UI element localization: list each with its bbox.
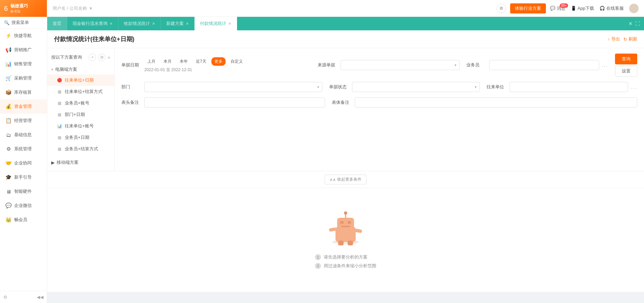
sidebar: 6 畅捷通巧 标准版 🔍 搜索菜单 ⚡ 快捷导航 📢 营销推广 📊 销售管理 🛒… [0,0,47,303]
sidebar-item-label: 销售管理 [14,61,32,67]
salesman-dots-button[interactable]: ... [602,62,608,68]
scheme-item-salesman-settlement[interactable]: ▦ 业务员+结算方式 [47,143,114,155]
unit-input[interactable] [509,82,628,92]
pc-arrow-icon: ▾ [51,67,53,72]
unit-label: 往来单位 [487,84,507,90]
logo-icon: 6 [4,5,8,12]
scheme-item-unit-date[interactable]: 🔴 往来单位+日期 [47,74,114,86]
sidebar-item-quick-nav[interactable]: ⚡ 快捷导航 [0,29,47,43]
scheme-item-dept-date[interactable]: ▦ 部门+日期 [47,109,114,120]
filter-header-note-field: 表头备注 [121,97,325,108]
breadcrumb-user: 用户名 / 公司名称 [53,5,87,11]
svg-rect-2 [337,218,354,230]
scheme-item-unit-account[interactable]: 📊 往来单位+账号 [47,120,114,132]
sidebar-settings-icon[interactable]: ⚙ [3,295,7,300]
refresh-icon: ↻ [623,37,627,42]
tab-home[interactable]: 首页 [47,17,67,30]
sidebar-item-system[interactable]: ⚙ 系统管理 [0,142,47,156]
sidebar-item-guide[interactable]: 🎓 新手引导 [0,170,47,184]
svg-point-7 [344,211,347,215]
tab-payment-stat[interactable]: 付款情况统计 ✕ [195,17,237,30]
scheme-mobile-group-title[interactable]: ▶ 移动端方案 [47,157,114,168]
collapse-conditions-button[interactable]: ∧∧ 收起更多条件 [325,175,367,184]
tab-payment-stat-close[interactable]: ✕ [228,22,231,26]
body-note-input[interactable] [355,97,637,108]
wechat-icon: 💬 [5,203,11,209]
filter-dept-field: 部门 ▾ [121,82,322,92]
sidebar-search[interactable]: 🔍 搜索菜单 [0,17,47,29]
unit-dots-button[interactable]: ... [631,84,637,90]
guide-icon: 🎓 [5,174,11,180]
sidebar-item-hardware[interactable]: 🖥 智能硬件 [0,184,47,199]
sidebar-item-member[interactable]: 👑 畅会员 [0,213,47,227]
trial-button[interactable]: 体验行业方案 [510,3,546,13]
scheme-collapse-button[interactable]: « [108,55,110,60]
message-icon: 💬 [550,6,555,11]
sidebar-item-inventory[interactable]: 📦 库存核算 [0,85,47,99]
query-button[interactable]: 查询 [615,54,637,64]
date-range-display: 2022-01-01 至 2022-12-31 [144,67,246,73]
tab-bank-flow-close[interactable]: ✕ [110,22,113,26]
scheme-item-salesman-date[interactable]: ▦ 业务员+日期 [47,132,114,143]
online-service-button[interactable]: 🎧 在线客服 [599,5,624,11]
header-note-input[interactable] [144,97,325,108]
export-button[interactable]: ↑ 导出 [608,36,620,42]
sidebar-item-sales[interactable]: 📊 销售管理 [0,57,47,71]
sidebar-item-fund[interactable]: 💰 资金管理 [0,99,47,114]
filter-row-3: 表头备注 表体备注 [121,97,637,108]
salesman-label: 业务员 [466,62,487,68]
service-label: 在线客服 [606,5,624,11]
date-btn-custom[interactable]: 自定义 [228,57,246,66]
sidebar-item-operation[interactable]: 📋 经营管理 [0,114,47,128]
gear-icon: ⚙ [100,55,104,60]
sidebar-collapse-icon[interactable]: ◀◀ [37,295,43,300]
docstatus-select[interactable]: ▾ [352,82,480,92]
topbar-settings-button[interactable]: ⚙ [497,4,506,13]
scheme-item-salesman-account[interactable]: ▦ 业务员+账号 [47,97,114,109]
tip-num-1: 1 [315,254,321,260]
scheme-item-unit-settlement[interactable]: ▦ 往来单位+结算方式 [47,86,114,97]
scheme-settings-button[interactable]: ⚙ [98,54,106,61]
header-note-label: 表头备注 [121,99,142,105]
scheme-pc-group-title[interactable]: ▾ 电脑端方案 [47,64,114,74]
date-btn-last-month[interactable]: 上月 [144,57,158,66]
sidebar-item-coop[interactable]: 🤝 企业协同 [0,156,47,170]
tab-new-scheme[interactable]: 新建方案 ✕ [161,17,195,30]
scheme-item-label: 往来单位+结算方式 [65,89,103,95]
source-select[interactable]: ▾ [341,60,460,70]
app-download-button[interactable]: 📱 App下载 [571,5,594,11]
date-btn-this-month[interactable]: 本月 [160,57,175,66]
sidebar-item-label: 营销推广 [14,47,32,53]
date-btn-this-year[interactable]: 本年 [177,57,191,66]
refresh-label: 刷新 [628,36,637,42]
refresh-button[interactable]: ↻ 刷新 [623,36,637,42]
tab-bank-flow[interactable]: 现金银行流水查询 ✕ [67,17,118,30]
sales-icon: 📊 [5,61,11,67]
date-btn-last-7[interactable]: 近7天 [193,57,209,66]
salesman-input[interactable] [489,60,599,70]
sidebar-item-label: 库存核算 [14,89,32,95]
message-button[interactable]: 💬 消息 99+ [550,5,565,11]
sidebar-item-wechat[interactable]: 💬 企业微信 [0,199,47,213]
tab-new-scheme-label: 新建方案 [166,21,184,27]
table-icon-2: ▦ [57,100,62,106]
sidebar-item-basic[interactable]: 🗂 基础信息 [0,128,47,142]
scheme-add-button[interactable]: + [89,54,96,61]
topbar: 用户名 / 公司名称 ▾ ⚙ 体验行业方案 💬 消息 99+ 📱 App下载 🎧… [47,0,644,17]
dept-arrow: ▾ [317,85,319,89]
sidebar-item-purchase[interactable]: 🛒 采购管理 [0,71,47,85]
tab-receipt-stat[interactable]: 收款情况统计 ✕ [118,17,161,30]
date-btn-more[interactable]: 更多 [211,57,226,66]
tab-new-scheme-close[interactable]: ✕ [186,22,189,26]
filter-settings-button[interactable]: 设置 [615,66,637,77]
service-icon: 🎧 [599,6,605,11]
tab-close-all-icon[interactable]: ✕ [628,21,633,26]
tab-payment-stat-label: 付款情况统计 [200,21,226,27]
tab-receipt-stat-close[interactable]: ✕ [152,22,155,26]
scheme-item-label: 部门+日期 [65,112,85,118]
logo-name: 畅捷通巧 [10,3,28,9]
sidebar-item-marketing[interactable]: 📢 营销推广 [0,43,47,57]
tab-expand-icon[interactable]: ⛶ [635,21,640,26]
body-note-label: 表体备注 [332,99,352,105]
dept-select[interactable]: ▾ [144,82,322,92]
